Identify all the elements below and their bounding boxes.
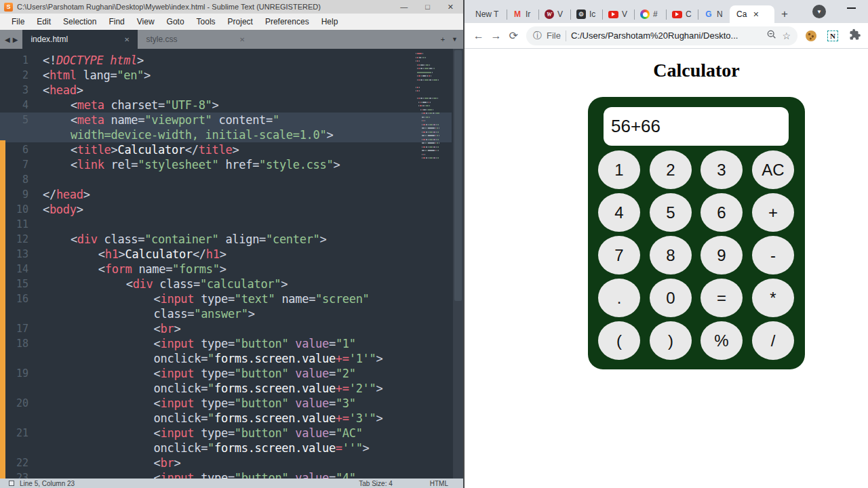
minimap[interactable] bbox=[416, 53, 450, 161]
calc-button-3[interactable]: 3 bbox=[701, 150, 743, 189]
menu-edit[interactable]: Edit bbox=[31, 14, 57, 30]
browser-tab-v[interactable]: WV bbox=[539, 5, 570, 23]
code-line[interactable]: onclick="forms.screen.value=''"> bbox=[0, 441, 452, 455]
calc-button-8[interactable]: 8 bbox=[650, 236, 692, 274]
browser-tab-newt[interactable]: New T bbox=[470, 5, 507, 23]
extensions-puzzle-icon[interactable] bbox=[849, 28, 861, 43]
calc-button-dot[interactable]: . bbox=[598, 279, 640, 317]
code-line[interactable]: 20<input type="button" value="3" bbox=[0, 396, 452, 411]
browser-new-tab-button[interactable]: + bbox=[781, 7, 788, 21]
zoom-out-icon[interactable] bbox=[766, 29, 777, 43]
browser-minimize-button[interactable] bbox=[847, 7, 856, 9]
menu-tools[interactable]: Tools bbox=[191, 14, 222, 30]
menu-preferences[interactable]: Preferences bbox=[259, 14, 315, 30]
calc-button-7[interactable]: 7 bbox=[598, 236, 640, 274]
code-line[interactable]: 7<link rel="stylesheet" href="style.css"… bbox=[0, 157, 452, 172]
code-area[interactable]: 1<!DOCTYPE html>2<html lang="en">3<head>… bbox=[0, 53, 452, 479]
tab-nav-left-icon[interactable]: ◀ bbox=[5, 36, 10, 43]
tab-close-icon[interactable]: ✕ bbox=[753, 10, 759, 19]
tab-size-indicator[interactable]: Tab Size: 4 bbox=[359, 480, 392, 487]
browser-tab-c[interactable]: C bbox=[667, 5, 698, 23]
menu-help[interactable]: Help bbox=[315, 14, 344, 30]
code-line[interactable]: 18<input type="button" value="1" bbox=[0, 336, 452, 351]
code-line[interactable]: 16<input type="text" name="screen" bbox=[0, 291, 452, 306]
new-tab-button[interactable]: + bbox=[441, 35, 445, 43]
tab-close-icon[interactable]: ✕ bbox=[124, 36, 130, 43]
code-line[interactable]: onclick="forms.screen.value+='1'"> bbox=[0, 351, 452, 366]
code-line[interactable]: 17<br> bbox=[0, 321, 452, 336]
code-line[interactable]: 15<div class="calculator"> bbox=[0, 277, 452, 291]
code-line[interactable]: 2<html lang="en"> bbox=[0, 68, 452, 83]
code-line[interactable]: 1<!DOCTYPE html> bbox=[0, 53, 452, 68]
calc-button-5[interactable]: 5 bbox=[650, 193, 692, 232]
notion-extension-icon[interactable]: N bbox=[827, 30, 838, 41]
code-line[interactable]: 23<input type="button" value="4" bbox=[0, 470, 452, 479]
code-line[interactable]: 12<div class="container" align="center"> bbox=[0, 232, 452, 247]
browser-tab-ir[interactable]: MIr bbox=[507, 5, 538, 23]
calc-button-9[interactable]: 9 bbox=[701, 236, 743, 274]
editor-tab-style.css[interactable]: style.css✕ bbox=[138, 30, 253, 49]
code-line[interactable]: width=device-width, initial-scale=1.0"> bbox=[0, 127, 452, 142]
code-line[interactable]: 19<input type="button" value="2" bbox=[0, 366, 452, 381]
browser-tab-ca[interactable]: Ca✕ bbox=[730, 5, 774, 23]
minimize-button[interactable]: — bbox=[400, 3, 408, 12]
calc-button-minus[interactable]: - bbox=[752, 236, 794, 274]
calc-button-4[interactable]: 4 bbox=[598, 193, 640, 232]
calc-button-6[interactable]: 6 bbox=[701, 193, 743, 232]
info-icon[interactable]: ⓘ bbox=[533, 30, 542, 42]
tab-nav-right-icon[interactable]: ▶ bbox=[13, 36, 18, 43]
code-line[interactable]: 8 bbox=[0, 172, 452, 187]
calc-button-open-paren[interactable]: ( bbox=[598, 321, 640, 360]
menu-file[interactable]: File bbox=[5, 14, 31, 30]
browser-tab-n[interactable]: GN bbox=[698, 5, 730, 23]
calc-button-divide[interactable]: / bbox=[752, 321, 794, 360]
calc-button-multiply[interactable]: * bbox=[752, 279, 794, 317]
menu-project[interactable]: Project bbox=[222, 14, 259, 30]
code-line[interactable]: 22<br> bbox=[0, 455, 452, 470]
url-text[interactable]: C:/Users/Parshotam%20Rughani/Deskto... bbox=[571, 30, 762, 41]
editor-scrollbar[interactable] bbox=[453, 49, 463, 479]
tab-search-icon[interactable]: ▼ bbox=[812, 5, 826, 18]
calc-button-equals[interactable]: = bbox=[701, 279, 743, 317]
calc-button-2[interactable]: 2 bbox=[650, 150, 692, 189]
calc-button-plus[interactable]: + bbox=[752, 193, 794, 232]
code-line[interactable]: onclick="forms.screen.value+='2'"> bbox=[0, 381, 452, 396]
calc-button-0[interactable]: 0 bbox=[650, 279, 692, 317]
calc-button-1[interactable]: 1 bbox=[598, 150, 640, 189]
browser-tab-[interactable]: # bbox=[635, 5, 666, 23]
address-bar[interactable]: ⓘ File C:/Users/Parshotam%20Rughani/Desk… bbox=[526, 26, 797, 45]
maximize-button[interactable]: □ bbox=[425, 3, 430, 12]
calc-button-ac[interactable]: AC bbox=[752, 150, 794, 189]
code-line[interactable]: 21<input type="button" value="AC" bbox=[0, 426, 452, 441]
editor-body[interactable]: 1<!DOCTYPE html>2<html lang="en">3<head>… bbox=[0, 49, 463, 479]
code-line[interactable]: onclick="forms.screen.value+='3'"> bbox=[0, 411, 452, 426]
bookmark-star-icon[interactable]: ☆ bbox=[782, 30, 791, 41]
code-line[interactable]: 10<body> bbox=[0, 202, 452, 217]
overflow-menu-icon[interactable]: ▼ bbox=[452, 36, 458, 43]
back-icon[interactable]: ← bbox=[471, 30, 486, 42]
vintage-mode-icon[interactable] bbox=[9, 481, 14, 486]
browser-tab-ic[interactable]: ⚙Ic bbox=[571, 5, 602, 23]
editor-tab-index.html[interactable]: index.html✕ bbox=[22, 30, 138, 49]
forward-icon[interactable]: → bbox=[489, 30, 504, 42]
close-button[interactable]: ✕ bbox=[448, 3, 454, 12]
code-line[interactable]: 4<meta charset="UTF-8"> bbox=[0, 98, 452, 113]
syntax-indicator[interactable]: HTML bbox=[430, 480, 448, 487]
calc-button-percent[interactable]: % bbox=[701, 321, 743, 360]
menu-view[interactable]: View bbox=[131, 14, 161, 30]
reload-icon[interactable]: ⟳ bbox=[506, 29, 521, 42]
code-line[interactable]: class="answer"> bbox=[0, 306, 452, 321]
code-line[interactable]: 6<title>Calculator</title> bbox=[0, 142, 452, 157]
calc-button-close-paren[interactable]: ) bbox=[650, 321, 692, 360]
code-line[interactable]: 5<meta name="viewport" content=" bbox=[0, 113, 452, 127]
code-line[interactable]: 11 bbox=[0, 217, 452, 232]
menu-selection[interactable]: Selection bbox=[57, 14, 102, 30]
tab-close-icon[interactable]: ✕ bbox=[239, 36, 245, 43]
scrollbar-thumb[interactable] bbox=[454, 50, 462, 301]
browser-tab-v[interactable]: V bbox=[603, 5, 634, 23]
menu-goto[interactable]: Goto bbox=[161, 14, 191, 30]
menu-find[interactable]: Find bbox=[102, 14, 130, 30]
code-line[interactable]: 14<form name="forms"> bbox=[0, 262, 452, 277]
cookie-extension-icon[interactable] bbox=[806, 30, 816, 41]
code-line[interactable]: 9</head> bbox=[0, 187, 452, 202]
